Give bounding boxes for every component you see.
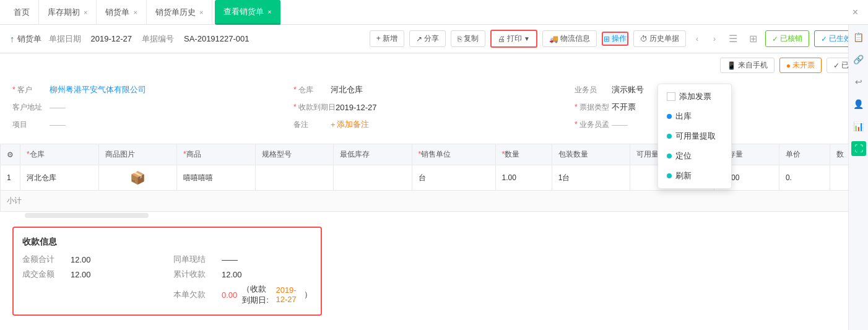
add-invoice-label: 添加发票 [679, 91, 711, 102]
table-qty-header: *数量 [495, 144, 552, 165]
outbound-item[interactable]: 出库 [658, 106, 731, 126]
from-phone-label: 来自手机 [738, 60, 768, 71]
add-button[interactable]: + 新增 [370, 30, 404, 47]
nav-prev-button[interactable]: ‹ [691, 33, 703, 45]
table-settings-header[interactable]: ⚙ [1, 144, 20, 165]
table-pack-qty-header: 包装数量 [552, 144, 630, 165]
doc-date-value: 2019-12-27 [91, 34, 132, 43]
customer-addr-value: —— [50, 103, 293, 112]
tab-inventory-init-label: 库存期初 [48, 7, 80, 18]
row-spec [255, 165, 334, 191]
tab-view-sales-close[interactable]: × [267, 8, 271, 15]
ticket-type-label: 票据类型 [575, 102, 612, 113]
available-qty-label: 可用量提取 [675, 131, 716, 142]
customer-addr-field: 客户地址 —— [12, 102, 293, 113]
tab-sales-history-close[interactable]: × [199, 9, 203, 16]
second-toolbar: 📱 来自手机 ● 未开票 ✓ 已 [0, 53, 868, 77]
print-button[interactable]: 🖨 打印 ▼ [490, 30, 537, 48]
nav-next-button[interactable]: › [708, 33, 721, 45]
row-price: 0. [779, 165, 830, 191]
not-open-button[interactable]: ● 未开票 [779, 58, 822, 73]
tab-view-sales-label: 查看销货单 [224, 6, 264, 17]
row-min-stock [334, 165, 412, 191]
operation-dropdown: 添加发票 出库 可用量提取 定位 刷新 [658, 84, 732, 189]
sidebar-chart-icon[interactable]: 📊 [851, 119, 866, 134]
customer-addr-label: 客户地址 [12, 102, 50, 113]
add-note-button[interactable]: + 添加备注 [331, 119, 369, 130]
view-grid-button[interactable]: ⊞ [745, 32, 760, 46]
refresh-item[interactable]: 刷新 [658, 166, 731, 186]
sidebar-link-icon[interactable]: 🔗 [851, 52, 866, 67]
view-list-button[interactable]: ☰ [726, 32, 740, 46]
project-label: 项目 [12, 119, 50, 130]
sidebar-doc-icon[interactable]: 📋 [851, 30, 866, 45]
sidebar-return-icon[interactable]: ↩ [851, 74, 866, 89]
share-button[interactable]: ↗ 分享 [409, 30, 446, 47]
not-open-icon: ● [786, 61, 791, 70]
row-warehouse: 河北仓库 [20, 165, 99, 191]
check-icon-1: ✓ [772, 35, 778, 43]
voided-button[interactable]: ✓ 已核销 [765, 30, 809, 47]
table-warehouse-header: *仓库 [20, 144, 99, 165]
tab-view-sales[interactable]: 查看销货单 × [215, 0, 280, 25]
logistics-label: 物流信息 [560, 33, 590, 44]
tab-sales-order[interactable]: 销货单 × [97, 0, 146, 25]
amount-total-value: 12.00 [71, 255, 91, 264]
sidebar-expand-icon[interactable]: ⛶ [851, 141, 866, 156]
same-order-settle-label: 同单现结 [173, 254, 217, 265]
tab-sales-history[interactable]: 销货单历史 × [147, 0, 212, 25]
tab-sales-order-close[interactable]: × [133, 9, 137, 16]
available-qty-item[interactable]: 可用量提取 [658, 126, 731, 146]
check-icon-2: ✓ [821, 35, 827, 43]
same-order-settle-item: 同单现结 —— [173, 254, 312, 265]
table-product-header: *商品 [177, 144, 256, 165]
table-min-stock-header: 最低库存 [334, 144, 412, 165]
form-area: 客户 柳州粤港平安气体有限公司 仓库 河北仓库 业务员 演示账号 客户地址 ——… [0, 77, 868, 144]
salesperson-label: 业务员 [575, 85, 612, 95]
check-icon-3: ✓ [833, 61, 840, 70]
doc-date-label: 单据日期 [49, 33, 81, 45]
current-due-label: 本单欠款 [173, 289, 217, 300]
refresh-label: 刷新 [675, 170, 692, 181]
due-note-prefix: （收款到期日: [242, 284, 271, 306]
share-icon: ↗ [416, 35, 422, 43]
logistics-button[interactable]: 🚚 物流信息 [542, 30, 597, 47]
row-qty: 1.00 [495, 165, 552, 191]
customer-value[interactable]: 柳州粤港平安气体有限公司 [50, 84, 293, 95]
tab-inventory-init[interactable]: 库存期初 × [39, 0, 97, 25]
tab-inventory-init-close[interactable]: × [84, 9, 87, 16]
add-invoice-item[interactable]: 添加发票 [658, 87, 731, 106]
tab-sales-history-label: 销货单历史 [155, 7, 196, 18]
doc-type-label: 销货单 [17, 33, 41, 45]
print-icon: 🖨 [498, 35, 505, 43]
table-unit-header: *销售单位 [412, 144, 495, 165]
subtotal-label: 小计 [1, 191, 868, 212]
sidebar-user-icon[interactable]: 👤 [851, 97, 866, 111]
window-close-button[interactable]: × [848, 7, 863, 18]
warehouse-value: 河北仓库 [331, 84, 575, 95]
doc-number-label: 单据编号 [142, 33, 174, 45]
table-scrollbar[interactable] [25, 213, 149, 218]
copy-button[interactable]: ⎘ 复制 [451, 30, 485, 47]
operation-button[interactable]: ⊞ 操作 [602, 32, 628, 46]
table-price-header: 单价 [779, 144, 830, 165]
history-icon: ⏱ [640, 35, 648, 43]
locate-item[interactable]: 定位 [658, 146, 731, 166]
note-field: 备注 + 添加备注 [293, 119, 575, 130]
tab-home-label: 首页 [14, 7, 30, 18]
project-field: 项目 —— [12, 119, 293, 130]
right-sidebar: 📋 🔗 ↩ 👤 📊 ⛶ [848, 25, 868, 330]
product-image-icon: 📦 [130, 171, 145, 185]
doc-type-badge: ↑ 销货单 [10, 33, 41, 45]
warehouse-field: 仓库 河北仓库 [293, 84, 575, 95]
operation-label: 操作 [612, 33, 627, 44]
tab-home[interactable]: 首页 [5, 0, 39, 25]
logistics-icon: 🚚 [549, 35, 558, 43]
from-phone-button[interactable]: 📱 来自手机 [720, 58, 775, 73]
salesperson2-label: 业务员孟 [575, 119, 612, 130]
row-image: 📦 [98, 165, 177, 191]
table-image-header: 商品图片 [98, 144, 177, 165]
history-button[interactable]: ⏱ 历史单据 [633, 30, 686, 47]
amount-total-label: 金额合计 [22, 254, 66, 265]
print-label: 打印 [507, 33, 522, 44]
